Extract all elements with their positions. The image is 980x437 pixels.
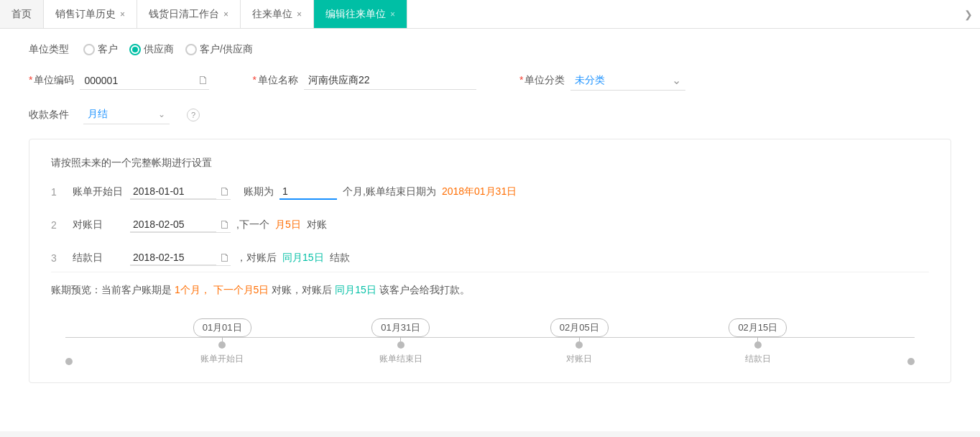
timeline-points: 01月01日 账单开始日 01月31日 账单结束日 02月05日 (65, 318, 915, 365)
setting-number-2: 2 (51, 219, 73, 231)
unit-category-label: *单位分类 (519, 74, 565, 87)
unit-code-group: *单位编码 🗋 (29, 72, 209, 90)
setting-number-1: 1 (51, 186, 73, 198)
payment-condition-dropdown[interactable]: 月结 ⌄ (83, 105, 170, 124)
setting-input-area-2: 🗋 ,下一个 月5日 对账 (130, 217, 929, 233)
payment-prefix: ，对账后 (236, 252, 277, 264)
unit-type-row: 单位类型 客户 供应商 客户/供应商 (29, 43, 951, 56)
panel-hint: 请按照未来的一个完整帐期进行设置 (51, 157, 929, 170)
timeline-point-1: 01月01日 账单开始日 (193, 318, 251, 365)
reconcile-date-input-wrapper: 🗋 (130, 217, 231, 233)
payment-condition-value: 月结 (88, 108, 158, 121)
payment-condition-row: 收款条件 月结 ⌄ ? (29, 105, 951, 124)
timeline-start-dot (65, 358, 73, 365)
setting-number-3: 3 (51, 252, 73, 264)
radio-supplier[interactable]: 供应商 (129, 43, 174, 56)
unit-code-icon[interactable]: 🗋 (198, 74, 209, 87)
setting-input-area-1: 🗋 账期为 个月,账单结束日期为 2018年01月31日 (130, 184, 929, 200)
reconcile-suffix: 对账 (307, 218, 327, 231)
timeline-point-2: 01月31日 账单结束日 (371, 318, 430, 365)
timeline-label-4: 结款日 (745, 353, 771, 365)
radio-customer[interactable]: 客户 (83, 43, 118, 56)
unit-category-arrow: ⌄ (672, 73, 681, 87)
unit-code-input-wrapper: 🗋 (80, 72, 209, 90)
start-date-input-wrapper: 🗋 (130, 184, 231, 200)
payment-date-calendar-icon[interactable]: 🗋 (219, 252, 231, 264)
payment-condition-label: 收款条件 (29, 109, 69, 121)
period-for-label: 账期为 (244, 185, 274, 198)
timeline-end-dot (907, 358, 915, 365)
payment-condition-arrow: ⌄ (158, 109, 165, 119)
tab-home[interactable]: 首页 (0, 0, 44, 28)
start-date-input[interactable] (130, 184, 216, 199)
timeline-container: 01月01日 账单开始日 01月31日 账单结束日 02月05日 (51, 318, 929, 365)
timeline-label-3: 对账日 (566, 353, 592, 365)
timeline-dot-1 (218, 341, 226, 349)
setting-label-3: 结款日 (73, 252, 130, 264)
tab-edit-unit[interactable]: 编辑往来单位 × (314, 0, 407, 28)
radio-circle-customer (83, 44, 95, 55)
payment-date-input[interactable] (130, 250, 216, 265)
unit-code-input[interactable] (80, 72, 195, 89)
timeline-point-4: 02月15日 结款日 (729, 318, 787, 365)
tab-bar: 首页 销售订单历史 × 钱货日清工作台 × 往来单位 × 编辑往来单位 × ❯ (0, 0, 980, 29)
timeline-badge-2: 01月31日 (371, 318, 430, 337)
setting-label-1: 账单开始日 (73, 185, 130, 198)
timeline-start-cap (65, 343, 73, 365)
payment-date-input-wrapper: 🗋 (130, 250, 231, 266)
reconcile-date-input[interactable] (130, 217, 216, 232)
timeline-end-cap (907, 343, 915, 365)
unit-name-group: *单位名称 (252, 72, 476, 90)
period-suffix: 个月,账单结束日期为 (343, 185, 436, 198)
radio-circle-both (185, 44, 197, 55)
setting-row-1: 1 账单开始日 🗋 账期为 个月,账单结束日期为 2018年01月31日 (51, 184, 929, 200)
payment-highlight: 同月15日 (282, 252, 324, 264)
radio-circle-supplier (129, 44, 141, 55)
period-end-date: 2018年01月31日 (442, 185, 517, 198)
close-tab-cash-workbench[interactable]: × (223, 9, 228, 19)
tab-more-arrow[interactable]: ❯ (957, 0, 980, 28)
setting-row-3: 3 结款日 🗋 ，对账后 同月15日 结款 (51, 250, 929, 266)
preview-months: 1个月， (175, 284, 211, 295)
close-tab-units[interactable]: × (297, 9, 302, 19)
payment-suffix: 结款 (330, 252, 350, 264)
timeline-label-1: 账单开始日 (200, 353, 244, 365)
tab-cash-workbench[interactable]: 钱货日清工作台 × (137, 0, 241, 28)
preview-reconcile-date: 下一个月5日 (213, 284, 269, 295)
tab-sales-history[interactable]: 销售订单历史 × (44, 0, 137, 28)
setting-input-area-3: 🗋 ，对账后 同月15日 结款 (130, 250, 929, 266)
close-tab-sales-history[interactable]: × (120, 9, 125, 19)
unit-details-row: *单位编码 🗋 *单位名称 *单位分类 未分类 ⌄ (29, 70, 951, 91)
timeline-badge-4: 02月15日 (729, 318, 787, 337)
reconcile-highlight: 月5日 (275, 218, 301, 231)
timeline-dot-2 (397, 341, 405, 349)
tab-units[interactable]: 往来单位 × (241, 0, 314, 28)
payment-help-icon[interactable]: ? (187, 109, 200, 121)
timeline-badge-1: 01月01日 (193, 318, 251, 337)
unit-category-dropdown[interactable]: 未分类 ⌄ (570, 70, 685, 91)
preview-payment-date: 同月15日 (335, 284, 376, 295)
setting-label-2: 对账日 (73, 218, 130, 231)
radio-both[interactable]: 客户/供应商 (185, 43, 253, 56)
timeline-dot-4 (754, 341, 762, 349)
period-preview: 账期预览：当前客户账期是 1个月， 下一个月5日 对账，对账后 同月15日 该客… (51, 272, 929, 311)
main-content: 单位类型 客户 供应商 客户/供应商 *单位编码 🗋 (0, 29, 980, 431)
close-tab-edit-unit[interactable]: × (390, 9, 395, 19)
unit-type-radio-group: 客户 供应商 客户/供应商 (83, 43, 253, 56)
timeline-label-2: 账单结束日 (379, 353, 422, 365)
setting-row-2: 2 对账日 🗋 ,下一个 月5日 对账 (51, 217, 929, 233)
reconcile-date-calendar-icon[interactable]: 🗋 (219, 218, 231, 231)
unit-type-label: 单位类型 (29, 43, 69, 56)
unit-name-input[interactable] (304, 72, 476, 90)
timeline-dot-3 (575, 341, 583, 349)
unit-category-group: *单位分类 未分类 ⌄ (519, 70, 685, 91)
reconcile-prefix: ,下一个 (236, 218, 269, 231)
settings-panel: 请按照未来的一个完整帐期进行设置 1 账单开始日 🗋 账期为 个月,账单结束日期… (29, 139, 951, 383)
timeline-badge-3: 02月05日 (550, 318, 609, 337)
timeline-point-3: 02月05日 对账日 (550, 318, 609, 365)
unit-category-value: 未分类 (575, 74, 666, 87)
unit-name-label: *单位名称 (252, 74, 297, 87)
start-date-calendar-icon[interactable]: 🗋 (219, 185, 231, 198)
unit-code-label: *单位编码 (29, 74, 74, 87)
month-count-input[interactable] (279, 184, 337, 200)
